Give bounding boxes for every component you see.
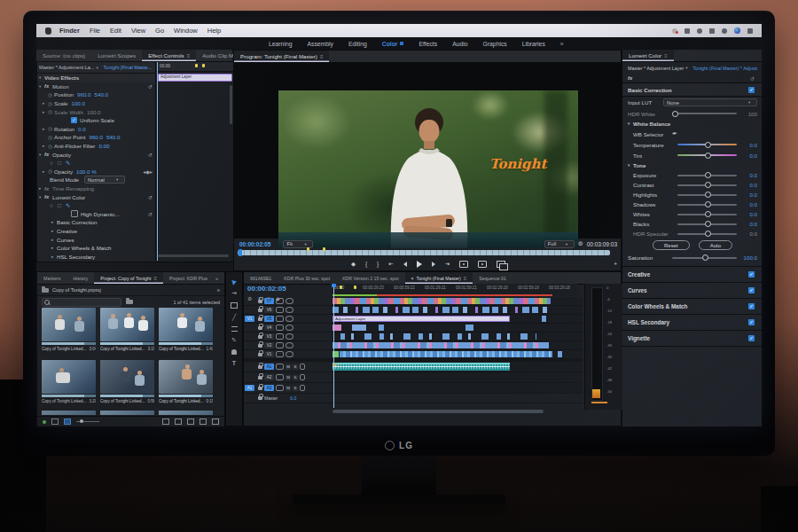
temperature-slider[interactable] bbox=[677, 144, 737, 145]
slider-knob[interactable] bbox=[705, 192, 711, 198]
lock-icon[interactable] bbox=[258, 326, 262, 330]
track-a1-lane[interactable] bbox=[332, 362, 583, 372]
menu-edit[interactable]: Edit bbox=[110, 27, 121, 35]
track-badge[interactable]: A2 bbox=[264, 374, 274, 380]
lock-icon[interactable] bbox=[258, 365, 262, 369]
play-icon[interactable] bbox=[417, 261, 422, 268]
new-item-icon[interactable] bbox=[200, 419, 207, 425]
tab-lumetri-scopes[interactable]: Lumetri Scopes bbox=[91, 50, 142, 61]
tab-source[interactable]: Source: (no clips) bbox=[36, 50, 91, 61]
program-playhead[interactable] bbox=[239, 249, 242, 256]
fx-opacity-row[interactable]: ▾fxOpacity↺ bbox=[37, 150, 155, 159]
ellipse-mask-icon[interactable]: ○ bbox=[50, 160, 53, 166]
mute-button[interactable]: M bbox=[286, 375, 291, 380]
mark-out-icon[interactable]: } bbox=[377, 260, 379, 269]
lock-icon[interactable] bbox=[258, 309, 262, 312]
lock-icon[interactable] bbox=[258, 344, 262, 348]
mic-icon[interactable] bbox=[300, 374, 305, 380]
white-balance-header[interactable]: ▾White Balance bbox=[622, 119, 762, 129]
tint-value[interactable]: 0.0 bbox=[742, 153, 757, 159]
menu-app-name[interactable]: Finder bbox=[59, 27, 80, 35]
slider-knob[interactable] bbox=[705, 153, 711, 159]
eye-icon[interactable] bbox=[286, 325, 293, 331]
workspace-tab-assembly[interactable]: Assembly bbox=[307, 41, 332, 47]
master-gain-value[interactable]: 0.0 bbox=[290, 395, 296, 401]
ec-adjustment-layer-clip[interactable]: Adjustment Layer bbox=[158, 74, 232, 82]
track-v7-lane[interactable] bbox=[332, 297, 583, 305]
export-frame-icon[interactable] bbox=[459, 261, 468, 268]
hdr-white-value[interactable]: 100 bbox=[742, 111, 757, 117]
close-icon[interactable]: × bbox=[411, 276, 414, 281]
solo-button[interactable]: S bbox=[293, 375, 298, 380]
type-tool[interactable]: T bbox=[231, 360, 238, 367]
scale-row[interactable]: ▸◷Scale100.0 bbox=[37, 99, 155, 108]
lumetri-clip-label[interactable]: Tonight (Final Master) * Adjustm... bbox=[692, 66, 757, 71]
checkbox-unchecked-icon[interactable] bbox=[71, 210, 78, 217]
ec-creative-row[interactable]: ▸Creative bbox=[37, 227, 155, 236]
reset-icon[interactable]: ↺ bbox=[148, 83, 153, 90]
track-v5[interactable]: V1V5 Adjustment Layer bbox=[244, 315, 583, 324]
go-to-out-icon[interactable]: ⇥ bbox=[445, 260, 450, 269]
saturation-value[interactable]: 100.0 bbox=[742, 254, 757, 261]
position-y-value[interactable]: 540.0 bbox=[95, 91, 108, 98]
new-bin-icon[interactable] bbox=[187, 419, 194, 425]
mark-in-icon[interactable]: { bbox=[365, 260, 367, 269]
track-output-icon[interactable] bbox=[276, 374, 284, 380]
thumbnail-scrub-bar[interactable] bbox=[42, 342, 96, 345]
slider-knob[interactable] bbox=[702, 254, 708, 261]
mic-icon[interactable] bbox=[300, 364, 305, 370]
auto-button[interactable]: Auto bbox=[699, 240, 732, 250]
ec-hsl-row[interactable]: ▸HSL Secondary bbox=[37, 252, 155, 261]
track-v6-lane[interactable] bbox=[332, 306, 583, 314]
ellipse-mask-icon[interactable]: ○ bbox=[50, 202, 53, 208]
ec-clip-label[interactable]: Tonight [Final Maste... bbox=[104, 65, 153, 70]
rect-mask-icon[interactable]: □ bbox=[58, 202, 61, 208]
audio-clip[interactable] bbox=[332, 363, 510, 371]
temperature-value[interactable]: 0.0 bbox=[742, 142, 757, 148]
icon-view-icon[interactable] bbox=[64, 419, 71, 425]
track-v3[interactable]: V3 bbox=[244, 332, 583, 341]
panel-menu-icon[interactable]: ≡ bbox=[464, 276, 467, 281]
list-item[interactable]: Copy of Tonight Linked...0:58 bbox=[100, 360, 154, 407]
list-item[interactable]: Copy of Tonight Linked...3:19 bbox=[100, 308, 154, 355]
whites-slider[interactable] bbox=[677, 214, 737, 215]
ec-master-label[interactable]: Master * Adjustment La... bbox=[39, 65, 95, 70]
anchor-y-value[interactable]: 540.0 bbox=[106, 134, 120, 140]
adjustment-layer-clip[interactable]: Adjustment Layer bbox=[332, 316, 510, 322]
track-v3-lane[interactable] bbox=[332, 332, 583, 340]
marker-icon[interactable] bbox=[195, 64, 198, 67]
track-badge[interactable]: V1 bbox=[264, 351, 274, 357]
filter-bin-icon[interactable]: ≡ bbox=[217, 287, 220, 293]
source-patch-badge[interactable]: V1 bbox=[245, 316, 254, 322]
menu-view[interactable]: View bbox=[131, 27, 145, 35]
find-icon[interactable] bbox=[175, 419, 182, 425]
blacks-slider[interactable] bbox=[677, 223, 737, 225]
bluetooth-icon[interactable] bbox=[697, 28, 702, 34]
ec-color-wheels-row[interactable]: ▸Color Wheels & Match bbox=[37, 244, 155, 253]
tab-tonight-final-master[interactable]: ×Tonight (Final Master)≡ bbox=[405, 272, 473, 284]
apple-icon[interactable] bbox=[45, 27, 51, 35]
track-output-icon[interactable] bbox=[276, 351, 284, 357]
anti-flicker-value[interactable]: 0.00 bbox=[98, 143, 109, 149]
whites-value[interactable]: 0.0 bbox=[742, 211, 757, 217]
screen-record-icon[interactable] bbox=[672, 28, 677, 34]
track-v7[interactable]: V7 bbox=[244, 297, 583, 306]
track-a3[interactable]: A1A3MS bbox=[244, 383, 583, 394]
stopwatch-icon[interactable]: ◷ bbox=[48, 135, 54, 140]
thumbnail-scrub-bar[interactable] bbox=[100, 342, 154, 345]
timeline-timecode[interactable]: 00:00:02:05 bbox=[247, 285, 286, 293]
fx-motion-row[interactable]: ▾fxMotion↺ bbox=[37, 82, 155, 91]
scale-width-row[interactable]: ▸◷Scale Width100.0 bbox=[37, 107, 155, 116]
eye-icon[interactable] bbox=[286, 307, 293, 313]
saturation-slider[interactable] bbox=[672, 257, 737, 259]
slider-knob[interactable] bbox=[705, 221, 711, 227]
lock-icon[interactable] bbox=[258, 376, 262, 379]
list-item[interactable]: Copy of Tonight Linked...3:04 bbox=[42, 308, 96, 355]
thumbnail-scrub-bar[interactable] bbox=[100, 395, 154, 397]
eye-icon[interactable] bbox=[286, 342, 293, 348]
section-enabled-checkbox[interactable]: ✓ bbox=[748, 287, 755, 293]
tab-program[interactable]: Program: Tonight (Final Master)≡ bbox=[234, 51, 329, 62]
track-a1[interactable]: A1MS bbox=[244, 362, 583, 372]
track-output-icon[interactable] bbox=[276, 307, 284, 313]
step-forward-icon[interactable] bbox=[432, 262, 435, 267]
